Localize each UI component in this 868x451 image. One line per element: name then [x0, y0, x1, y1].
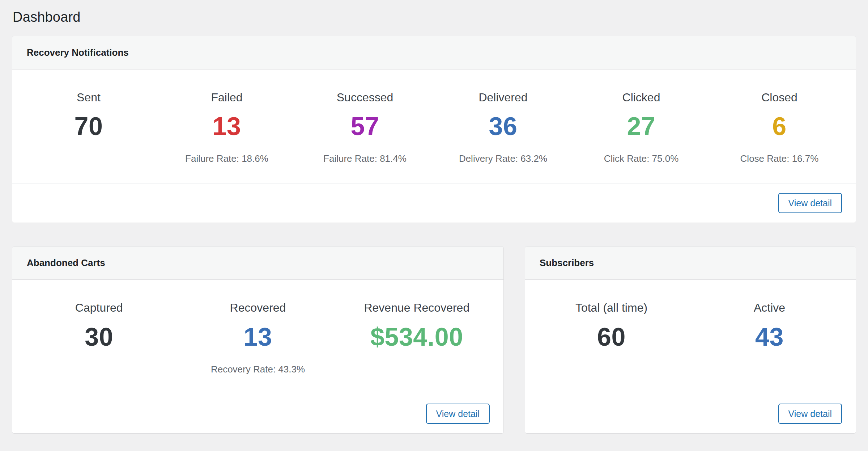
stat-sent-label: Sent: [20, 90, 158, 104]
stat-failed-value: 13: [158, 114, 296, 139]
stat-sent-value: 70: [20, 114, 158, 139]
stat-active-value: 43: [690, 324, 848, 350]
stat-captured-value: 30: [20, 324, 178, 350]
subscribers-view-detail-button[interactable]: View detail: [778, 404, 842, 424]
recovery-card-title: Recovery Notifications: [27, 47, 841, 58]
recovery-view-detail-button[interactable]: View detail: [778, 193, 842, 213]
stat-revenue-recovered: Revenue Recovered $534.00: [337, 301, 496, 375]
stat-recovered: Recovered 13 Recovery Rate: 43.3%: [178, 301, 337, 375]
subscribers-card-header: Subscribers: [525, 246, 856, 280]
recovery-notifications-card: Recovery Notifications Sent 70 Failed 13…: [12, 36, 856, 223]
abandoned-stats-row: Captured 30 Recovered 13 Recovery Rate: …: [12, 280, 503, 393]
dashboard-page: Dashboard Recovery Notifications Sent 70…: [0, 0, 868, 451]
stat-delivered-rate: Delivery Rate: 63.2%: [434, 153, 572, 164]
bottom-cards-row: Abandoned Carts Captured 30 Recovered 13…: [12, 246, 856, 433]
stat-active: Active 43: [690, 301, 848, 375]
abandoned-card-footer: View detail: [12, 394, 503, 433]
abandoned-carts-card: Abandoned Carts Captured 30 Recovered 13…: [12, 246, 504, 433]
subscribers-card: Subscribers Total (all time) 60 Active 4…: [525, 246, 856, 433]
stat-failed-label: Failed: [158, 90, 296, 104]
stat-delivered-value: 36: [434, 114, 572, 139]
page-title: Dashboard: [13, 9, 856, 25]
stat-successed-rate: Failure Rate: 81.4%: [296, 153, 434, 164]
stat-recovered-label: Recovered: [178, 301, 337, 315]
subscribers-stats-row: Total (all time) 60 Active 43: [525, 280, 856, 393]
recovery-stats-row: Sent 70 Failed 13 Failure Rate: 18.6% Su…: [12, 69, 856, 183]
stat-closed-rate: Close Rate: 16.7%: [710, 153, 848, 164]
stat-total-label: Total (all time): [532, 301, 690, 315]
stat-clicked: Clicked 27 Click Rate: 75.0%: [572, 90, 710, 164]
stat-sent: Sent 70: [20, 90, 158, 164]
recovery-card-header: Recovery Notifications: [12, 36, 856, 69]
stat-closed-value: 6: [710, 114, 848, 139]
stat-closed-label: Closed: [710, 90, 848, 104]
stat-captured: Captured 30: [20, 301, 178, 375]
stat-failed-rate: Failure Rate: 18.6%: [158, 153, 296, 164]
stat-captured-label: Captured: [20, 301, 178, 315]
stat-successed-label: Successed: [296, 90, 434, 104]
stat-closed: Closed 6 Close Rate: 16.7%: [710, 90, 848, 164]
stat-revenue-recovered-value: $534.00: [337, 324, 496, 350]
stat-clicked-rate: Click Rate: 75.0%: [572, 153, 710, 164]
stat-active-label: Active: [690, 301, 848, 315]
subscribers-card-title: Subscribers: [540, 257, 841, 269]
abandoned-card-title: Abandoned Carts: [27, 257, 489, 269]
stat-active-rate: [690, 364, 848, 375]
stat-clicked-value: 27: [572, 114, 710, 139]
abandoned-view-detail-button[interactable]: View detail: [426, 404, 490, 424]
recovery-card-footer: View detail: [12, 183, 856, 223]
stat-recovered-value: 13: [178, 324, 337, 350]
stat-sent-rate: [20, 153, 158, 164]
stat-successed: Successed 57 Failure Rate: 81.4%: [296, 90, 434, 164]
stat-clicked-label: Clicked: [572, 90, 710, 104]
stat-total-rate: [532, 364, 690, 375]
stat-recovered-rate: Recovery Rate: 43.3%: [178, 364, 337, 375]
subscribers-card-footer: View detail: [525, 394, 856, 433]
stat-total-all-time: Total (all time) 60: [532, 301, 690, 375]
stat-total-value: 60: [532, 324, 690, 350]
stat-revenue-recovered-rate: [337, 364, 496, 375]
stat-revenue-recovered-label: Revenue Recovered: [337, 301, 496, 315]
stat-delivered-label: Delivered: [434, 90, 572, 104]
stat-failed: Failed 13 Failure Rate: 18.6%: [158, 90, 296, 164]
stat-successed-value: 57: [296, 114, 434, 139]
stat-delivered: Delivered 36 Delivery Rate: 63.2%: [434, 90, 572, 164]
abandoned-card-header: Abandoned Carts: [12, 246, 503, 280]
stat-captured-rate: [20, 364, 178, 375]
